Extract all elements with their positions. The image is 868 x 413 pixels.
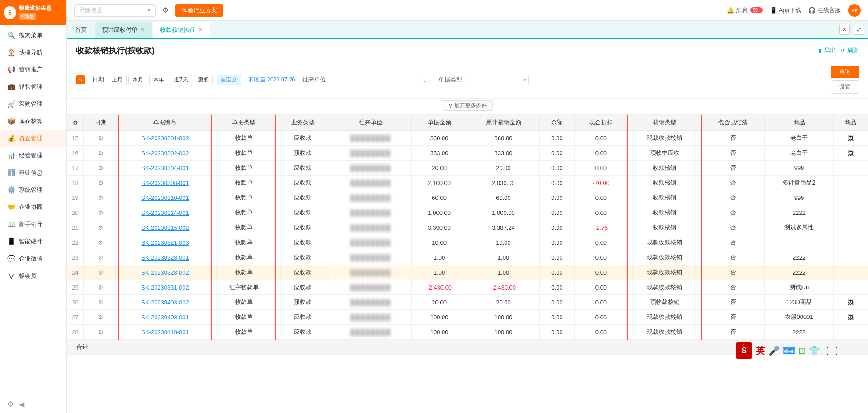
cell-balance: 0.00: [540, 250, 574, 265]
cell-cum_cancel: 1,000.00: [467, 205, 540, 220]
doctype-select[interactable]: [466, 75, 529, 85]
cell-order_no[interactable]: SK-20230408-001: [118, 310, 212, 325]
tab-close-icon[interactable]: ✕: [140, 27, 145, 33]
nav-search-input[interactable]: 导航搜索 ▾: [74, 4, 156, 17]
cell-cash_discount: 0.00: [574, 325, 628, 340]
online-service-item[interactable]: 🎧 在线客服: [808, 6, 841, 14]
mic-icon[interactable]: 🎤: [769, 345, 780, 356]
cell-order_no[interactable]: SK-20230308-001: [118, 176, 212, 190]
cell-order_no[interactable]: SK-20230321-003: [118, 235, 212, 250]
sidebar-item-system[interactable]: ⚙️系统管理: [0, 181, 66, 199]
cell-settings[interactable]: ⚙: [84, 190, 118, 205]
settings-btn[interactable]: 设置: [831, 80, 859, 94]
cell-order_no[interactable]: SK-20230310-001: [118, 190, 212, 205]
cell-cancel_type: 现款收款核销: [628, 131, 701, 146]
cell-settings[interactable]: ⚙: [84, 161, 118, 176]
cell-settings[interactable]: ⚙: [84, 310, 118, 325]
message-item[interactable]: 🔔 消息 99+: [727, 6, 763, 14]
date-btn-本年[interactable]: 本年: [149, 75, 168, 85]
sidebar-item-wechat[interactable]: 💬企业微信: [0, 250, 66, 267]
sidebar-item-marketing[interactable]: 📢营销推广: [0, 61, 66, 78]
cell-settings[interactable]: ⚙: [84, 250, 118, 265]
cell-cash_discount: 0.00: [574, 161, 628, 176]
sidebar-item-sales[interactable]: 💼销售管理: [0, 78, 66, 95]
cell-settings[interactable]: ⚙: [84, 325, 118, 340]
keyboard-icon[interactable]: ⌨: [783, 345, 796, 356]
cell-order_no[interactable]: SK-20230301-002: [118, 131, 212, 146]
app-download-item[interactable]: 📱 App下载: [770, 6, 801, 14]
cell-settings[interactable]: ⚙: [84, 280, 118, 295]
tab-close-btn[interactable]: ✕: [839, 24, 850, 35]
sidebar-item-basic[interactable]: ℹ️基础信息: [0, 164, 66, 181]
cell-goods: 多计量商品2: [765, 176, 833, 190]
tab-prereceipt[interactable]: 预计应收付单✕: [95, 22, 152, 38]
cell-cum_cancel: 333.00: [467, 146, 540, 161]
sidebar-item-guide[interactable]: 📖新手引导: [0, 216, 66, 233]
expand-more-btn[interactable]: ∨ 展开更多条件: [443, 100, 493, 111]
user-avatar[interactable]: Rit: [848, 4, 861, 17]
cell-order_no[interactable]: SK-20230328-002: [118, 265, 212, 280]
sidebar-item-search[interactable]: 🔍搜索菜单: [0, 27, 66, 44]
cell-order_no[interactable]: SK-20230314-001: [118, 205, 212, 220]
table-row: 21⚙SK-20230315-002收款单应收款████████3,390.00…: [67, 220, 868, 235]
cell-goods2: [833, 325, 868, 340]
custom-date-btn[interactable]: 自定义: [217, 75, 241, 85]
cell-settings[interactable]: ⚙: [84, 265, 118, 280]
row-number: 17: [67, 161, 84, 176]
cell-cum_cancel: 20.00: [467, 161, 540, 176]
cell-settings[interactable]: ⚙: [84, 131, 118, 146]
cell-settings[interactable]: ⚙: [84, 205, 118, 220]
cell-goods2: [833, 220, 868, 235]
data-table: ⚙日期单据编号单据类型业务类型往来单位单据金额累计核销金额余额现金折扣核销类型包…: [67, 115, 868, 355]
cell-partner: ████████: [330, 131, 411, 146]
date-btn-上月[interactable]: 上月: [108, 75, 127, 85]
cell-settings[interactable]: ⚙: [84, 235, 118, 250]
sidebar-item-finance[interactable]: 💰资金管理: [0, 130, 66, 147]
cell-settings[interactable]: ⚙: [84, 146, 118, 161]
cell-order_no[interactable]: SK-20230331-002: [118, 280, 212, 295]
cell-settings[interactable]: ⚙: [84, 220, 118, 235]
cell-amount: -2,430.00: [411, 280, 467, 295]
cell-order_no[interactable]: SK-20230304-001: [118, 161, 212, 176]
row-number: 26: [67, 295, 84, 310]
sidebar-item-purchase[interactable]: 🛒采购管理: [0, 95, 66, 113]
trial-btn[interactable]: 体验行业方案: [175, 4, 223, 17]
cell-order_no[interactable]: SK-20230328-001: [118, 250, 212, 265]
cell-settings[interactable]: ⚙: [84, 295, 118, 310]
cell-order_no[interactable]: SK-20230418-001: [118, 325, 212, 340]
sidebar-item-member[interactable]: V畅会员: [0, 267, 66, 285]
cell-order_no[interactable]: SK-20230315-002: [118, 220, 212, 235]
date-btn-更多[interactable]: 更多: [194, 75, 213, 85]
partner-input[interactable]: [330, 75, 420, 85]
grid-icon[interactable]: ⊞: [798, 345, 806, 356]
cell-cash_discount: 0.00: [574, 280, 628, 295]
tab-home[interactable]: 首页: [68, 22, 94, 38]
cell-order_no[interactable]: SK-20230302-002: [118, 146, 212, 161]
tab-expand-btn[interactable]: ⤢: [854, 24, 864, 35]
shirt-icon[interactable]: 👕: [809, 345, 820, 356]
sidebar-item-hardware[interactable]: 📱智能硬件: [0, 233, 66, 250]
sidebar-item-quicknav[interactable]: 🏠快捷导航: [0, 44, 66, 61]
sidebar-item-corp[interactable]: 🤝企业协同: [0, 199, 66, 216]
date-btn-近7天[interactable]: 近7天: [170, 75, 192, 85]
cell-order_no[interactable]: SK-20230403-002: [118, 295, 212, 310]
cell-cum_cancel: -2,430.00: [467, 280, 540, 295]
apps-icon[interactable]: ⋮⋮: [823, 345, 841, 356]
date-btn-本月[interactable]: 本月: [128, 75, 147, 85]
tab-writeoff[interactable]: 收款核销执行✕: [153, 22, 210, 38]
settings-footer-icon[interactable]: ⚙: [7, 400, 14, 408]
filter-toggle-btn[interactable]: »: [76, 75, 85, 84]
cell-include_settled: 否: [702, 161, 765, 176]
cell-settings[interactable]: ⚙: [84, 176, 118, 190]
collapse-icon[interactable]: ◀: [19, 400, 24, 408]
row-number: 22: [67, 235, 84, 250]
topbar-gear-icon[interactable]: ⚙: [159, 4, 172, 17]
row-number: 24: [67, 265, 84, 280]
tab-close-icon[interactable]: ✕: [198, 27, 203, 33]
cell-goods: 衣服00001: [765, 310, 833, 325]
query-btn[interactable]: 查询: [831, 66, 859, 78]
export-btn[interactable]: ⬆ 导出: [817, 47, 836, 55]
sidebar-item-inventory[interactable]: 📦库存核算: [0, 113, 66, 130]
sidebar-item-operation[interactable]: 📊经营管理: [0, 147, 66, 164]
refresh-btn[interactable]: ↺ 刷新: [840, 47, 859, 55]
